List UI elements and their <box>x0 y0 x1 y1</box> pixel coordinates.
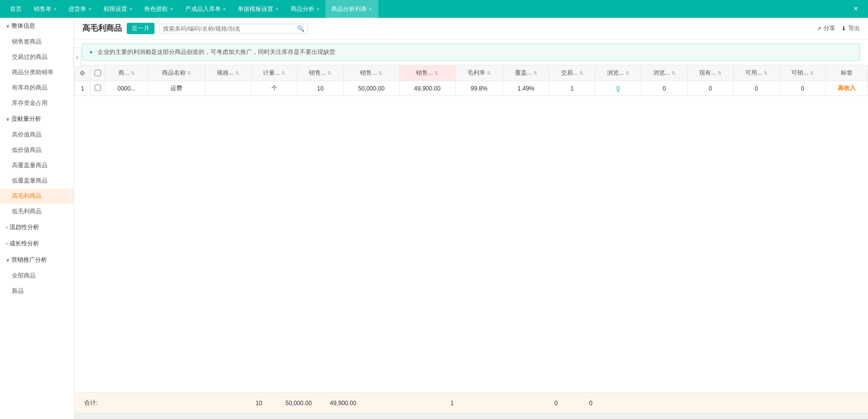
cell-name: 运费 <box>148 81 205 96</box>
share-icon: ↗ <box>817 25 821 32</box>
col-sales-cost[interactable]: 销售... ⇅ <box>399 65 455 81</box>
col-available[interactable]: 可用... ⇅ <box>733 65 779 81</box>
col-settings[interactable]: ⚙ <box>75 65 91 81</box>
cell-sales-amount: 50,000.00 <box>343 81 399 96</box>
sidebar-item-traded[interactable]: 交易过的商品 <box>0 49 74 65</box>
table-wrapper[interactable]: ⚙ 商... ⇅ 商品名称 <box>74 65 868 392</box>
row-checkbox[interactable] <box>95 85 101 91</box>
nav-item-templates[interactable]: 单据模板设置 × <box>232 0 284 18</box>
arrow-trend: › <box>6 225 7 230</box>
export-icon: ⬇ <box>841 25 846 32</box>
nav-item-analysis-list[interactable]: 商品分析列表 × <box>325 0 378 18</box>
nav-close-templates[interactable]: × <box>275 6 278 12</box>
nav-item-permissions[interactable]: 权限设置 × <box>98 0 138 18</box>
section-label-contribution: 贡献量分析 <box>11 115 41 123</box>
nav-close-products[interactable]: × <box>223 6 226 12</box>
sidebar-item-stock-capital[interactable]: 库存资金占用 <box>0 95 74 111</box>
horizontal-scrollbar[interactable] <box>74 413 868 419</box>
col-views1[interactable]: 浏览... ⇅ <box>595 65 641 81</box>
footer-available: 0 <box>573 398 608 409</box>
share-button[interactable]: ↗ 分享 <box>817 24 835 33</box>
sort-icon-available: ⇅ <box>764 70 767 76</box>
nav-close-analysis[interactable]: × <box>316 6 319 12</box>
footer-sales-cost: 49,900.00 <box>321 398 365 409</box>
sort-icon-spec: ⇅ <box>235 70 239 76</box>
nav-close-sales[interactable]: × <box>53 6 56 12</box>
col-code[interactable]: 商... ⇅ <box>105 65 148 81</box>
window-close-button[interactable]: × <box>848 4 864 13</box>
nav-item-products[interactable]: 产成品入库单 × <box>179 0 232 18</box>
sidebar-item-high-margin[interactable]: 高毛利商品 <box>0 188 74 204</box>
col-gross-margin[interactable]: 毛利率 ⇅ <box>455 65 503 81</box>
sidebar-item-in-stock[interactable]: 有库存的商品 <box>0 80 74 95</box>
cell-code: 0000... <box>105 81 148 96</box>
col-spec[interactable]: 规格... ⇅ <box>205 65 251 81</box>
select-all-checkbox[interactable] <box>95 70 101 76</box>
sidebar-item-low-margin[interactable]: 低毛利商品 <box>0 204 74 219</box>
col-coverage[interactable]: 覆盖... ⇅ <box>503 65 549 81</box>
nav-close-analysis-list[interactable]: × <box>369 6 372 12</box>
nav-close-roles[interactable]: × <box>170 6 173 12</box>
table-row[interactable]: 1 0000... 运费 个 10 50,000.00 49,900.00 99… <box>75 81 868 96</box>
cell-views1[interactable]: 0 <box>595 81 641 96</box>
col-saleable[interactable]: 可销... ⇅ <box>779 65 825 81</box>
footer-transactions: 1 <box>435 398 469 409</box>
sidebar-section-trend[interactable]: › 流趋性分析 <box>0 219 74 235</box>
sidebar-section-overall[interactable]: ∨ 整体信息 <box>0 18 74 34</box>
page-title: 高毛利商品 <box>82 23 122 34</box>
export-button[interactable]: ⬇ 导出 <box>841 24 860 33</box>
sidebar-section-marketing[interactable]: ∨ 营销推广分析 <box>0 252 74 268</box>
col-tag[interactable]: 标签 <box>825 65 868 81</box>
nav-item-analysis[interactable]: 商品分析 × <box>285 0 325 18</box>
sidebar: ∨ 整体信息 销售签商品 交易过的商品 商品分类助销率 有库存的商品 库存资金占… <box>0 18 74 419</box>
sidebar-item-sales-sign[interactable]: 销售签商品 <box>0 34 74 49</box>
cell-views2: 0 <box>641 81 687 96</box>
cell-tag: 高收入 <box>825 81 868 96</box>
sort-icon-name: ⇅ <box>187 70 191 76</box>
col-name[interactable]: 商品名称 ⇅ <box>148 65 205 81</box>
sidebar-item-high-value[interactable]: 高价值商品 <box>0 127 74 142</box>
nav-label-analysis: 商品分析 <box>291 5 314 13</box>
cell-saleable: 0 <box>779 81 825 96</box>
content-area: 高毛利商品 近一月 🔍 ↗ 分享 ⬇ 导出 ✦ 企业的主要的利润都是这部分商品创… <box>74 18 868 419</box>
sort-icon-coverage: ⇅ <box>533 70 537 76</box>
col-views2[interactable]: 浏览... ⇅ <box>641 65 687 81</box>
sidebar-section-contribution[interactable]: ∨ 贡献量分析 <box>0 111 74 127</box>
main-layout: ∨ 整体信息 销售签商品 交易过的商品 商品分类助销率 有库存的商品 库存资金占… <box>0 18 868 419</box>
info-text: 企业的主要的利润都是这部分商品创造的，可考虑加大推广，同时关注库存是不要出现缺货 <box>98 48 335 56</box>
sidebar-collapse-button[interactable]: « <box>73 47 81 67</box>
cell-sales-cost: 49,900.00 <box>399 81 455 96</box>
nav-label-roles: 角色授权 <box>144 5 168 13</box>
col-checkbox[interactable] <box>91 65 105 81</box>
col-unit[interactable]: 计量... ⇅ <box>251 65 297 81</box>
search-icon[interactable]: 🔍 <box>297 25 305 32</box>
sort-icon-views1: ⇅ <box>625 70 629 76</box>
nav-item-roles[interactable]: 角色授权 × <box>138 0 179 18</box>
col-current-stock[interactable]: 现有... ⇅ <box>687 65 733 81</box>
search-box[interactable]: 🔍 <box>159 24 308 34</box>
sort-icon-code: ⇅ <box>131 70 135 76</box>
col-transactions[interactable]: 交易... ⇅ <box>549 65 595 81</box>
nav-label-analysis-list: 商品分析列表 <box>331 5 367 13</box>
section-label-growth: 成长性分析 <box>9 239 39 248</box>
nav-label-purchase: 进货单 <box>68 5 86 13</box>
filter-button[interactable]: 近一月 <box>127 23 154 34</box>
nav-close-permissions[interactable]: × <box>129 6 132 12</box>
cell-checkbox[interactable] <box>91 81 105 96</box>
nav-close-purchase[interactable]: × <box>88 6 91 12</box>
sidebar-section-growth[interactable]: › 成长性分析 <box>0 235 74 252</box>
nav-item-purchase[interactable]: 进货单 × <box>62 0 97 18</box>
sidebar-item-low-value[interactable]: 低价值商品 <box>0 142 74 158</box>
sidebar-item-category-rate[interactable]: 商品分类助销率 <box>0 65 74 80</box>
arrow-contribution: ∨ <box>6 116 9 122</box>
sidebar-item-low-coverage[interactable]: 低覆盖量商品 <box>0 173 74 188</box>
col-sales-amount[interactable]: 销售... ⇅ <box>343 65 399 81</box>
nav-item-home[interactable]: 首页 <box>4 0 28 18</box>
sidebar-item-new-products[interactable]: 新品 <box>0 283 74 299</box>
search-input[interactable] <box>163 25 297 32</box>
col-sales-qty[interactable]: 销售... ⇅ <box>297 65 343 81</box>
sidebar-item-all-products[interactable]: 全部商品 <box>0 268 74 283</box>
sidebar-item-high-coverage[interactable]: 高覆盖量商品 <box>0 158 74 173</box>
nav-item-sales[interactable]: 销售单 × <box>28 0 62 18</box>
cell-sales-qty: 10 <box>297 81 343 96</box>
